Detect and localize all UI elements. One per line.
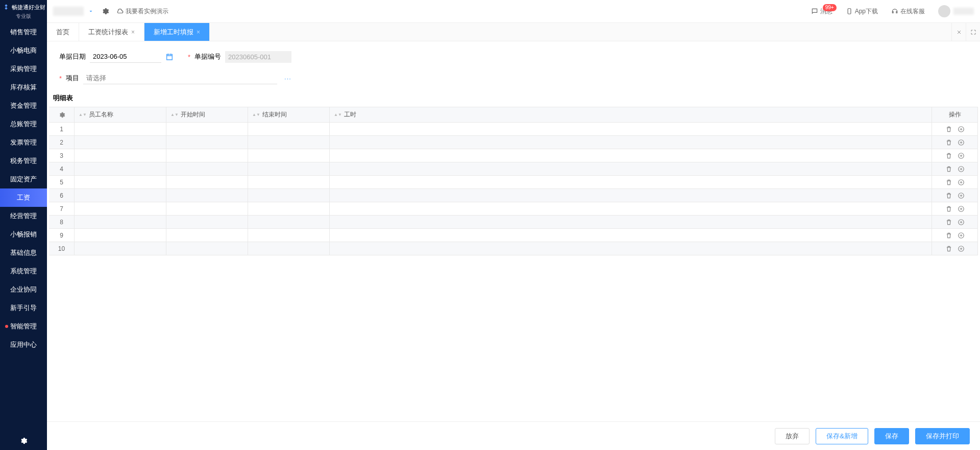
add-row-button[interactable] xyxy=(958,219,965,226)
cell-start[interactable] xyxy=(166,123,248,136)
sidebar-item-13[interactable]: 系统管理 xyxy=(0,262,47,280)
sidebar-item-11[interactable]: 小畅报销 xyxy=(0,225,47,244)
tab-close-all[interactable] xyxy=(951,23,966,41)
delete-row-button[interactable] xyxy=(945,192,952,199)
cell-hours[interactable] xyxy=(330,229,932,242)
add-row-button[interactable] xyxy=(958,139,965,146)
sidebar-item-12[interactable]: 基础信息 xyxy=(0,244,47,262)
add-row-button[interactable] xyxy=(958,232,965,239)
cell-end[interactable] xyxy=(248,136,330,149)
sidebar-item-2[interactable]: 采购管理 xyxy=(0,60,47,78)
cell-hours[interactable] xyxy=(330,136,932,149)
delete-row-button[interactable] xyxy=(945,165,952,173)
cell-employee[interactable] xyxy=(75,149,166,162)
calendar-icon[interactable] xyxy=(165,53,174,61)
cell-hours[interactable] xyxy=(330,123,932,136)
app-download-button[interactable]: App下载 xyxy=(846,7,878,16)
support-button[interactable]: 在线客服 xyxy=(891,7,925,16)
add-row-button[interactable] xyxy=(958,179,965,186)
cell-end[interactable] xyxy=(248,229,330,242)
cell-end[interactable] xyxy=(248,162,330,176)
tab-close-icon[interactable]: × xyxy=(131,29,135,36)
tab-close-icon[interactable]: × xyxy=(197,29,200,36)
cell-start[interactable] xyxy=(166,242,248,255)
delete-row-button[interactable] xyxy=(945,179,952,186)
sidebar-item-1[interactable]: 小畅电商 xyxy=(0,41,47,60)
cell-hours[interactable] xyxy=(330,149,932,162)
cell-end[interactable] xyxy=(248,149,330,162)
cell-employee[interactable] xyxy=(75,242,166,255)
tab-fullscreen[interactable] xyxy=(966,23,980,41)
sidebar-item-0[interactable]: 销售管理 xyxy=(0,23,47,41)
cell-start[interactable] xyxy=(166,136,248,149)
sidebar-item-4[interactable]: 资金管理 xyxy=(0,97,47,115)
user-block[interactable] xyxy=(938,5,974,17)
cell-hours[interactable] xyxy=(330,202,932,216)
sidebar-settings[interactable] xyxy=(0,432,47,450)
sidebar-item-3[interactable]: 库存核算 xyxy=(0,78,47,97)
sidebar-item-15[interactable]: 新手引导 xyxy=(0,299,47,317)
cell-start[interactable] xyxy=(166,149,248,162)
cell-employee[interactable] xyxy=(75,136,166,149)
messages-button[interactable]: 消息 99+ xyxy=(811,7,832,16)
sidebar-item-14[interactable]: 企业协同 xyxy=(0,280,47,299)
cell-hours[interactable] xyxy=(330,216,932,229)
delete-row-button[interactable] xyxy=(945,126,952,133)
cell-start[interactable] xyxy=(166,229,248,242)
cell-employee[interactable] xyxy=(75,162,166,176)
tab-0[interactable]: 首页 xyxy=(47,23,79,41)
save-print-button[interactable]: 保存并打印 xyxy=(915,428,970,444)
date-input[interactable] xyxy=(90,51,161,63)
add-row-button[interactable] xyxy=(958,205,965,212)
org-selector[interactable] xyxy=(53,7,94,16)
col-hours[interactable]: ▲▼工时 xyxy=(330,107,932,123)
cell-hours[interactable] xyxy=(330,242,932,255)
delete-row-button[interactable] xyxy=(945,152,952,159)
delete-row-button[interactable] xyxy=(945,205,952,212)
cell-end[interactable] xyxy=(248,176,330,189)
sidebar-item-16[interactable]: 智能管理 xyxy=(0,317,47,336)
sidebar-item-6[interactable]: 发票管理 xyxy=(0,133,47,152)
tab-2[interactable]: 新增工时填报× xyxy=(144,23,210,41)
demo-link[interactable]: 我要看实例演示 xyxy=(116,7,168,16)
project-more-button[interactable]: ··· xyxy=(284,75,291,82)
column-config-button[interactable] xyxy=(49,107,75,123)
cell-start[interactable] xyxy=(166,189,248,202)
cell-start[interactable] xyxy=(166,162,248,176)
cell-employee[interactable] xyxy=(75,123,166,136)
cell-start[interactable] xyxy=(166,176,248,189)
cell-end[interactable] xyxy=(248,216,330,229)
add-row-button[interactable] xyxy=(958,126,965,133)
sidebar-item-10[interactable]: 经营管理 xyxy=(0,207,47,225)
cell-hours[interactable] xyxy=(330,189,932,202)
cell-employee[interactable] xyxy=(75,176,166,189)
save-new-button[interactable]: 保存&新增 xyxy=(816,428,868,444)
add-row-button[interactable] xyxy=(958,165,965,173)
cell-end[interactable] xyxy=(248,242,330,255)
cell-employee[interactable] xyxy=(75,229,166,242)
project-select[interactable] xyxy=(83,72,277,84)
add-row-button[interactable] xyxy=(958,152,965,159)
col-end[interactable]: ▲▼结束时间 xyxy=(248,107,330,123)
discard-button[interactable]: 放弃 xyxy=(775,428,810,444)
sidebar-item-9[interactable]: 工资 xyxy=(0,188,47,207)
cell-start[interactable] xyxy=(166,216,248,229)
cell-end[interactable] xyxy=(248,202,330,216)
cell-hours[interactable] xyxy=(330,176,932,189)
add-row-button[interactable] xyxy=(958,192,965,199)
delete-row-button[interactable] xyxy=(945,245,952,252)
col-start[interactable]: ▲▼开始时间 xyxy=(166,107,248,123)
col-employee[interactable]: ▲▼员工名称 xyxy=(75,107,166,123)
sidebar-item-17[interactable]: 应用中心 xyxy=(0,336,47,354)
cell-employee[interactable] xyxy=(75,216,166,229)
sidebar-item-5[interactable]: 总账管理 xyxy=(0,115,47,133)
delete-row-button[interactable] xyxy=(945,219,952,226)
delete-row-button[interactable] xyxy=(945,232,952,239)
save-button[interactable]: 保存 xyxy=(874,428,909,444)
cell-start[interactable] xyxy=(166,202,248,216)
cell-end[interactable] xyxy=(248,189,330,202)
delete-row-button[interactable] xyxy=(945,139,952,146)
cell-employee[interactable] xyxy=(75,202,166,216)
cell-end[interactable] xyxy=(248,123,330,136)
add-row-button[interactable] xyxy=(958,245,965,252)
